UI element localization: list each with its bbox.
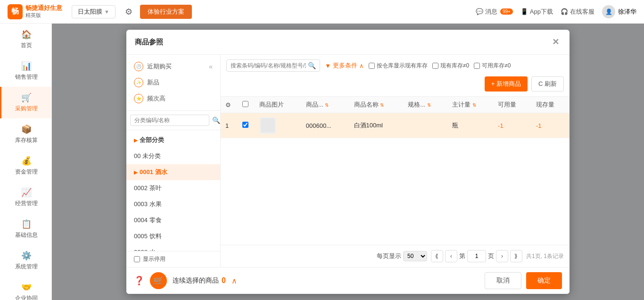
per-page-label: 每页显示 — [377, 252, 401, 260]
sidebar-item-purchase[interactable]: 🛒 采购管理 — [0, 87, 51, 118]
messages-badge: 99+ — [500, 8, 513, 15]
quick-nav: 🕐 近期购买 « ✨ 新品 ⭐ 频次高 — [126, 55, 220, 111]
sort-code-icon[interactable]: ⇅ — [325, 102, 329, 108]
select-all-checkbox[interactable] — [242, 101, 248, 107]
sidebar-item-home[interactable]: 🏠 首页 — [0, 24, 51, 55]
cart-button[interactable]: 🛒 — [150, 272, 167, 289]
available-nonzero-input[interactable] — [474, 63, 480, 69]
category-search: 🔍 — [126, 111, 220, 130]
quick-nav-recent[interactable]: 🕐 近期购买 « — [130, 58, 216, 75]
th-spec-label: 规格... — [408, 101, 425, 108]
product-thumbnail — [259, 117, 276, 134]
online-service-button[interactable]: 🎧 在线客服 — [561, 8, 594, 16]
refresh-button[interactable]: C 刷新 — [531, 76, 564, 92]
stock-nonzero-input[interactable] — [432, 63, 438, 69]
settings-icon[interactable]: ⚙ — [121, 4, 136, 19]
sort-unit-icon[interactable]: ⇅ — [472, 102, 476, 108]
stock-nonzero-checkbox[interactable]: 现有库存≠0 — [432, 62, 469, 70]
cat-label-snack: 0004 零食 — [134, 216, 162, 225]
sort-name-icon[interactable]: ⇅ — [380, 102, 384, 108]
row-stock: -1 — [531, 113, 570, 138]
cat-label-beverage: 0005 饮料 — [134, 232, 162, 241]
new-product-button[interactable]: + 新增商品 — [485, 76, 528, 92]
cat-item-fruit[interactable]: 0003 水果 — [126, 196, 220, 212]
cat-label-tea: 0002 茶叶 — [134, 184, 162, 192]
page-navigation: ⟪ ‹ 第 页 › ⟫ — [431, 250, 522, 262]
experience-button[interactable]: 体验行业方案 — [140, 5, 192, 19]
available-nonzero-checkbox[interactable]: 可用库存≠0 — [474, 62, 511, 70]
next-page-button[interactable]: › — [496, 250, 508, 262]
cart-icon: 🛒 — [153, 275, 164, 286]
filter-more-button[interactable]: ▼ 更多条件 ∧ — [325, 61, 364, 70]
th-product-spec[interactable]: 规格... ⇅ — [403, 97, 447, 113]
table-row[interactable]: 1 000600... 白酒100ml — [221, 113, 570, 138]
show-disabled-checkbox[interactable] — [134, 256, 140, 262]
messages-label: 消息 — [485, 8, 497, 16]
row-available: -1 — [493, 113, 531, 138]
sidebar-label-sales: 销售管理 — [15, 73, 38, 81]
current-page-input[interactable] — [467, 250, 486, 262]
cat-item-beverage[interactable]: 0005 饮料 — [126, 228, 220, 244]
sidebar-item-operations[interactable]: 📈 经营管理 — [0, 182, 51, 213]
sidebar-item-inventory[interactable]: 📦 库存核算 — [0, 118, 51, 150]
logo-area: 畅 畅捷通好生意 精英版 — [8, 4, 62, 19]
warehouse-display-input[interactable] — [369, 63, 375, 69]
help-icon[interactable]: ❓ — [134, 275, 144, 286]
sidebar-item-collab[interactable]: 🤝 企业协同 — [0, 276, 51, 300]
th-product-img: 商品图片 — [255, 97, 301, 113]
company-selector[interactable]: 日太阳膜 ▼ — [72, 5, 116, 18]
quick-nav-new[interactable]: ✨ 新品 — [130, 75, 216, 91]
cancel-button[interactable]: 取消 — [485, 272, 521, 289]
sidebar-item-finance[interactable]: 💰 资金管理 — [0, 150, 51, 182]
footer-collapse-icon[interactable]: ∧ — [231, 276, 237, 285]
sidebar: 🏠 首页 📊 销售管理 🛒 采购管理 📦 库存核算 💰 资金管理 📈 经营管理 … — [0, 24, 52, 300]
sidebar-item-basics[interactable]: 📋 基础信息 — [0, 213, 51, 245]
per-page-select[interactable]: 50 10 20 100 — [403, 251, 427, 261]
last-page-button[interactable]: ⟫ — [510, 250, 522, 262]
prev-page-button[interactable]: ‹ — [445, 250, 457, 262]
cat-label-uncategorized: 00 未分类 — [134, 152, 161, 160]
cat-item-water[interactable]: 0008 水 — [126, 244, 220, 251]
warehouse-display-checkbox[interactable]: 按仓库显示现有库存 — [369, 62, 428, 70]
th-product-unit[interactable]: 主计量 ⇅ — [447, 97, 493, 113]
collapse-icon[interactable]: « — [209, 63, 213, 70]
product-search-input[interactable] — [231, 62, 306, 69]
app-download-button[interactable]: 📱 App下载 — [520, 8, 553, 16]
sidebar-item-sales[interactable]: 📊 销售管理 — [0, 55, 51, 87]
cat-item-snack[interactable]: 0004 零食 — [126, 212, 220, 228]
modal-body: 🕐 近期购买 « ✨ 新品 ⭐ 频次高 — [126, 55, 570, 267]
th-product-name[interactable]: 商品名称 ⇅ — [349, 97, 404, 113]
cat-arrow-liquor-icon: ▶ — [134, 170, 138, 175]
user-avatar-area[interactable]: 👤 徐泽华 — [602, 5, 636, 18]
cat-item-uncategorized[interactable]: 00 未分类 — [126, 148, 220, 164]
toolbar-right-actions: + 新增商品 C 刷新 — [485, 76, 564, 92]
warehouse-display-label: 按仓库显示现有库存 — [377, 62, 428, 70]
row-checkbox[interactable] — [242, 122, 248, 128]
th-product-code[interactable]: 商品... ⇅ — [301, 97, 349, 113]
logo-sub: 精英版 — [25, 12, 62, 19]
cat-item-liquor[interactable]: ▶ 0001 酒水 — [126, 164, 220, 180]
category-search-icon[interactable]: 🔍 — [212, 117, 220, 124]
th-settings: ⚙ — [221, 97, 238, 113]
headset-icon: 🎧 — [561, 8, 568, 15]
cat-item-tea[interactable]: 0002 茶叶 — [126, 180, 220, 196]
sidebar-label-finance: 资金管理 — [15, 168, 38, 176]
sidebar-item-system[interactable]: ⚙️ 系统管理 — [0, 245, 51, 276]
cat-item-all[interactable]: ▶ 全部分类 — [126, 132, 220, 148]
product-reference-modal: 商品参照 ✕ 🕐 近期购买 « — [126, 30, 570, 294]
product-search-box: 🔍 — [226, 59, 320, 72]
first-page-button[interactable]: ⟪ — [431, 250, 443, 262]
online-service-label: 在线客服 — [570, 8, 594, 16]
modal-header: 商品参照 ✕ — [126, 30, 570, 55]
modal-close-icon[interactable]: ✕ — [550, 36, 561, 48]
th-name-label: 商品名称 — [354, 101, 379, 108]
sort-spec-icon[interactable]: ⇅ — [427, 102, 431, 108]
confirm-button[interactable]: 确定 — [526, 272, 562, 289]
messages-button[interactable]: 💬 消息 99+ — [476, 8, 513, 16]
th-code-label: 商品... — [306, 101, 323, 108]
quick-nav-frequent[interactable]: ⭐ 频次高 — [130, 91, 216, 107]
product-search-icon[interactable]: 🔍 — [308, 62, 316, 69]
quick-nav-new-label: 新品 — [147, 78, 159, 87]
cat-label-fruit: 0003 水果 — [134, 200, 162, 208]
category-search-input[interactable] — [130, 115, 209, 126]
